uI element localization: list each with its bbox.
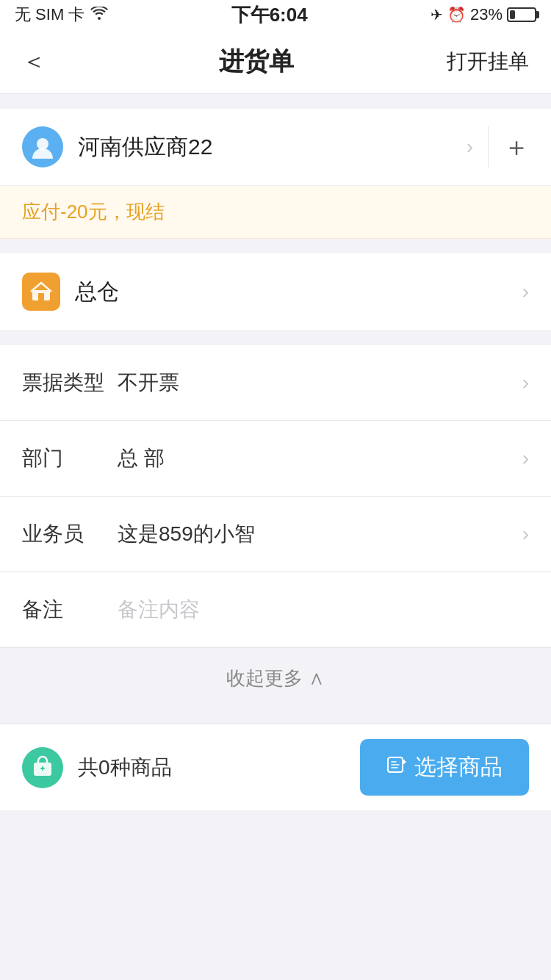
collapse-label: 收起更多 ∧ — [226, 666, 324, 691]
remark-input[interactable]: 备注内容 — [118, 596, 529, 624]
status-right: ✈ ⏰ 23% — [431, 5, 536, 24]
notice-banner: 应付-20元，现结 — [0, 186, 551, 239]
invoice-row[interactable]: 票据类型 不开票 › — [0, 345, 551, 421]
supplier-arrow-icon: › — [467, 135, 473, 159]
battery-percent: 23% — [470, 5, 503, 24]
dept-value: 总 部 — [118, 444, 515, 472]
select-product-label: 选择商品 — [414, 752, 503, 782]
svg-rect-5 — [42, 766, 43, 771]
sales-arrow-icon: › — [522, 522, 529, 546]
dept-arrow-icon: › — [522, 447, 529, 470]
section-gap-3 — [0, 331, 551, 345]
collapse-row[interactable]: 收起更多 ∧ — [0, 647, 551, 709]
remark-row[interactable]: 备注 备注内容 — [0, 572, 551, 647]
section-gap-4 — [0, 709, 551, 724]
dept-label: 部门 — [22, 444, 118, 472]
sim-status: 无 SIM 卡 — [15, 4, 84, 26]
warehouse-icon — [22, 273, 60, 311]
product-icon — [22, 747, 63, 788]
select-product-icon — [386, 754, 407, 780]
status-bar: 无 SIM 卡 下午6:04 ✈ ⏰ 23% — [0, 0, 551, 29]
svg-point-0 — [37, 138, 48, 150]
warehouse-arrow-icon: › — [522, 280, 529, 303]
status-time: 下午6:04 — [231, 2, 308, 28]
nav-bar: ＜ 进货单 打开挂单 — [0, 29, 551, 94]
battery-icon — [507, 7, 536, 22]
background-filler — [0, 810, 551, 980]
page-title: 进货单 — [219, 45, 294, 79]
invoice-value: 不开票 — [118, 369, 515, 397]
back-button[interactable]: ＜ — [22, 46, 66, 78]
notice-text: 应付-20元，现结 — [22, 201, 165, 223]
form-section: 票据类型 不开票 › 部门 总 部 › 业务员 这是859的小智 › 备注 备注… — [0, 345, 551, 647]
supplier-avatar — [22, 126, 63, 167]
remark-label: 备注 — [22, 596, 118, 624]
wifi-icon — [90, 5, 108, 24]
supplier-name: 河南供应商22 — [78, 132, 467, 162]
warehouse-name: 总仓 — [75, 277, 515, 307]
sales-value: 这是859的小智 — [118, 520, 515, 548]
warehouse-section: 总仓 › — [0, 253, 551, 331]
sales-row[interactable]: 业务员 这是859的小智 › — [0, 497, 551, 572]
alarm-icon: ⏰ — [447, 6, 466, 24]
warehouse-row[interactable]: 总仓 › — [0, 253, 551, 331]
supplier-section: 河南供应商22 › ＋ 应付-20元，现结 — [0, 109, 551, 239]
dept-row[interactable]: 部门 总 部 › — [0, 421, 551, 497]
product-count: 共0种商品 — [78, 754, 360, 782]
invoice-arrow-icon: › — [522, 371, 529, 394]
location-icon: ✈ — [431, 6, 443, 24]
product-bar: 共0种商品 选择商品 — [0, 724, 551, 810]
supplier-row[interactable]: 河南供应商22 › ＋ — [0, 109, 551, 186]
invoice-label: 票据类型 — [22, 369, 118, 397]
status-left: 无 SIM 卡 — [15, 4, 108, 26]
add-supplier-button[interactable]: ＋ — [488, 126, 529, 167]
sales-label: 业务员 — [22, 520, 118, 548]
select-product-button[interactable]: 选择商品 — [360, 739, 529, 796]
section-gap-2 — [0, 239, 551, 253]
open-pending-button[interactable]: 打开挂单 — [447, 48, 529, 76]
section-gap-1 — [0, 94, 551, 109]
battery-fill — [510, 10, 515, 19]
svg-rect-2 — [38, 293, 44, 300]
